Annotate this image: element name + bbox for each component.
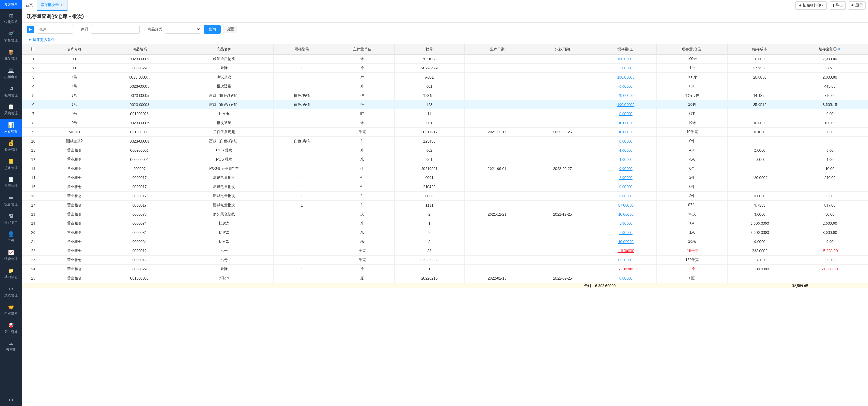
cell-stock-main[interactable]: 0.00000 xyxy=(595,182,656,192)
cell-storage-cost: 20.0000 xyxy=(728,73,792,82)
col-stock-aux: 现存量(仓位) xyxy=(656,44,728,55)
cell-stock-main[interactable]: 100.00000 xyxy=(595,55,656,64)
cell-stock-main[interactable]: 10.00000 xyxy=(595,119,656,128)
cell-stock-main[interactable]: 4.00000 xyxy=(595,155,656,164)
cell-storage-amount: 0.00 xyxy=(792,237,868,246)
sidebar-item-small-ecom[interactable]: 💻 小额电商 xyxy=(0,64,22,82)
cell-unit: 千克 xyxy=(330,246,394,256)
tab-inventory-batch[interactable]: 库存批次量 ✕ xyxy=(37,0,68,11)
cell-stock-main[interactable]: 0.00000 xyxy=(595,164,656,173)
cell-goods-code: 000097 xyxy=(104,164,175,173)
sidebar-item-sys-mgmt[interactable]: ⚙ 系统管理 xyxy=(0,283,22,301)
sidebar-item-biz-mgmt[interactable]: 📈 经营管理 xyxy=(0,246,22,264)
goods-filter-input[interactable] xyxy=(91,25,140,34)
cell-stock-main[interactable]: 4.00000 xyxy=(595,146,656,155)
sidebar-item-purchase[interactable]: 📋 采购管理 xyxy=(0,101,22,119)
tab-home[interactable]: 首页 xyxy=(22,0,37,11)
cell-seq: 23 xyxy=(22,256,45,265)
table-body: 1 11 0023-00009 软硬通用物省 米 2021098 100.000… xyxy=(22,55,868,283)
cell-storage-amount: -5,328.00 xyxy=(792,246,868,256)
sidebar-logo[interactable]: 搜索菜单 xyxy=(0,0,22,9)
cell-stock-main[interactable]: 0.00000 xyxy=(595,274,656,283)
sidebar-item-enterprise[interactable]: 🤝 企业协同 xyxy=(0,301,22,319)
cell-spec: 1 xyxy=(274,192,330,201)
filter-dots-1: ... xyxy=(75,27,79,31)
settings-button[interactable]: 设置 xyxy=(223,26,237,33)
sidebar-item-basic-info[interactable]: 📁 基础信息 xyxy=(0,264,22,283)
settings-icon[interactable]: ⚙ xyxy=(0,394,22,406)
cell-prod-date xyxy=(464,192,530,201)
cell-prod-date: 2021-12-21 xyxy=(464,210,530,219)
close-tab-icon[interactable]: ✕ xyxy=(61,3,64,7)
cell-prod-date xyxy=(464,55,530,64)
search-button[interactable]: 查询 xyxy=(204,25,221,34)
cell-stock-main[interactable]: 100.00000 xyxy=(595,100,656,109)
cell-stock-main[interactable]: 1.00000 xyxy=(595,64,656,73)
cell-goods-code: 0000078 xyxy=(104,210,175,219)
cell-expire-date xyxy=(530,201,595,210)
cell-stock-main[interactable]: -16.00000 xyxy=(595,246,656,256)
sidebar-item-inventory[interactable]: 📊 库存核算 xyxy=(0,119,22,137)
sidebar-item-wholesale[interactable]: 📦 批发管理 xyxy=(0,46,22,64)
sidebar-item-overall[interactable]: 📒 总账管理 xyxy=(0,155,22,173)
filter-arrow-button[interactable]: ▶ xyxy=(27,26,34,33)
cell-stock-main[interactable]: 100.00000 xyxy=(595,73,656,82)
col-goods-name: 商品名称 xyxy=(175,44,274,55)
cell-goods-name: 批次框 xyxy=(175,109,274,119)
cell-batch: 3 xyxy=(394,237,464,246)
cell-stock-main[interactable]: 10.00000 xyxy=(595,128,656,137)
export-button[interactable]: ⬆ 导出 xyxy=(829,1,846,10)
sidebar-item-tax[interactable]: 🏛 税务管理 xyxy=(0,192,22,210)
display-button[interactable]: 👁 显示 xyxy=(848,1,866,10)
sidebar-item-ecom[interactable]: 🖥 电商管理 xyxy=(0,82,22,101)
cell-seq: 2 xyxy=(22,64,45,73)
cell-batch: 123456 xyxy=(394,91,464,100)
cell-goods-code: 0023-0000... xyxy=(104,73,175,82)
cell-storage-amount: 2,000.00 xyxy=(792,55,868,64)
cell-stock-main[interactable]: 122.00000 xyxy=(595,256,656,265)
sidebar-item-invoice[interactable]: 🧾 发票管理 xyxy=(0,173,22,192)
cell-spec: 1 xyxy=(274,246,330,256)
cell-stock-main[interactable]: 10.00000 xyxy=(595,210,656,219)
cell-seq: 4 xyxy=(22,82,45,91)
category-filter-select[interactable] xyxy=(165,25,201,34)
cell-stock-main[interactable]: 87.00000 xyxy=(595,201,656,210)
cell-stock-main[interactable]: 0.00000 xyxy=(595,109,656,119)
cell-unit: 个 xyxy=(330,64,394,73)
cell-storage-amount: 8.00 xyxy=(792,146,868,155)
print-button[interactable]: 🖨 按精细打印 ▾ xyxy=(796,1,827,10)
cell-stock-main[interactable]: -1.00000 xyxy=(595,265,656,274)
cell-goods-code: 001000001 xyxy=(104,128,175,137)
cell-stock-main[interactable]: 10.00000 xyxy=(595,237,656,246)
cell-stock-main[interactable]: 3.00000 xyxy=(595,192,656,201)
cell-prod-date xyxy=(464,100,530,109)
select-all-checkbox[interactable] xyxy=(31,47,35,51)
sidebar-item-quick-nav[interactable]: ⊞ 快捷导航 xyxy=(0,9,22,28)
cell-prod-date xyxy=(464,237,530,246)
sidebar-item-cloud[interactable]: ☁ 云应用 xyxy=(0,337,22,356)
sidebar-item-retail[interactable]: 🛒 零售管理 xyxy=(0,28,22,46)
cell-stock-main[interactable]: 49.60000 xyxy=(595,91,656,100)
cell-storage-amount: 2,000.00 xyxy=(792,219,868,228)
cell-unit: 件 xyxy=(330,173,394,182)
cell-unit: 件 xyxy=(330,182,394,192)
table-container[interactable]: 仓库名称 商品编码 商品名称 规格型号 主计量单位 批号 生产日期 失效日期 现… xyxy=(22,44,868,406)
sidebar-item-hr[interactable]: 👤 工资 xyxy=(0,228,22,246)
cell-stock-main[interactable]: 1.00000 xyxy=(595,228,656,237)
cell-stock-main[interactable]: 2.00000 xyxy=(595,173,656,182)
cell-goods-name: POS 批次 xyxy=(175,146,274,155)
warehouse-filter-input[interactable] xyxy=(37,25,73,34)
cell-unit: 个 xyxy=(330,164,394,173)
sidebar-item-fixed-asset[interactable]: 🏗 固定资产 xyxy=(0,210,22,228)
cell-batch: 20220216 xyxy=(394,274,464,283)
expand-conditions-button[interactable]: ▼ 展开更多条件 xyxy=(27,37,56,43)
cell-unit: 件 xyxy=(330,91,394,100)
footer-empty-2 xyxy=(728,283,792,289)
hr-icon: 👤 xyxy=(1,231,21,238)
sidebar-item-asset[interactable]: 💰 资金管理 xyxy=(0,137,22,155)
cell-stock-main[interactable]: 0.00000 xyxy=(595,137,656,146)
cell-stock-main[interactable]: 1.00000 xyxy=(595,219,656,228)
basic-info-icon: 📁 xyxy=(1,267,21,274)
cell-stock-main[interactable]: 0.00000 xyxy=(595,82,656,91)
sidebar-item-newbie[interactable]: 🎯 新手引导 xyxy=(0,319,22,337)
